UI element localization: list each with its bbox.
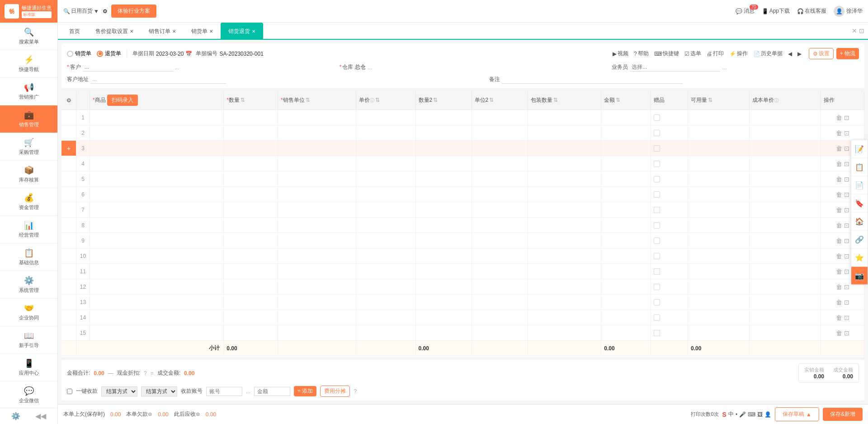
- row-goods-14[interactable]: [90, 310, 224, 325]
- row-qty2-13[interactable]: [415, 295, 472, 310]
- row-amount-3[interactable]: [601, 141, 651, 156]
- row-unit-14[interactable]: [278, 310, 356, 325]
- row-cost-4[interactable]: [749, 156, 821, 172]
- sidebar-item-apps[interactable]: 📱 应用中心: [0, 354, 57, 381]
- copy-row-btn-1[interactable]: ⊡: [844, 114, 849, 121]
- row-goods-7[interactable]: [90, 202, 224, 218]
- sidebar-item-sales[interactable]: 💼 销售管理: [0, 105, 57, 133]
- row-qty2-6[interactable]: [415, 187, 472, 202]
- row-available-3[interactable]: [688, 141, 749, 156]
- copy-row-btn-10[interactable]: ⊡: [844, 252, 849, 260]
- row-price-1[interactable]: [356, 110, 415, 125]
- row-qty-12[interactable]: [224, 279, 278, 295]
- warehouse-more-btn[interactable]: ...: [368, 64, 372, 71]
- row-unit2-11[interactable]: [472, 264, 528, 279]
- sidebar-item-marketing[interactable]: 📢 营销推广: [0, 78, 57, 105]
- delete-row-btn-11[interactable]: 🗑: [836, 268, 842, 275]
- row-qty2-10[interactable]: [415, 248, 472, 264]
- row-pkg-1[interactable]: [528, 110, 601, 125]
- row-available-4[interactable]: [688, 156, 749, 172]
- tab-home[interactable]: 首页: [61, 23, 88, 40]
- copy-row-btn-13[interactable]: ⊡: [844, 299, 849, 306]
- row-pkg-14[interactable]: [528, 310, 601, 325]
- row-cost-3[interactable]: [749, 141, 821, 156]
- row-qty2-2[interactable]: [415, 125, 472, 141]
- row-price-7[interactable]: [356, 202, 415, 218]
- radio-sale[interactable]: 销货单: [67, 50, 91, 57]
- ime-icon1[interactable]: 中: [728, 410, 734, 418]
- row-available-2[interactable]: [688, 125, 749, 141]
- row-unit2-4[interactable]: [472, 156, 528, 172]
- row-unit-4[interactable]: [278, 156, 356, 172]
- row-goods-4[interactable]: [90, 156, 224, 172]
- row-qty-10[interactable]: [224, 248, 278, 264]
- row-available-9[interactable]: [688, 233, 749, 248]
- gift-checkbox-10[interactable]: [654, 253, 660, 259]
- float-item-7[interactable]: ⭐: [851, 248, 868, 267]
- row-unit-15[interactable]: [278, 325, 356, 341]
- row-goods-2[interactable]: [90, 125, 224, 141]
- row-gift-8[interactable]: [651, 218, 688, 233]
- ime-icon3[interactable]: 🎤: [739, 411, 746, 418]
- row-qty2-12[interactable]: [415, 279, 472, 295]
- delete-row-btn-15[interactable]: 🗑: [836, 329, 842, 337]
- row-cost-5[interactable]: [749, 172, 821, 187]
- row-price-11[interactable]: [356, 264, 415, 279]
- copy-row-btn-5[interactable]: ⊡: [844, 176, 849, 183]
- row-qty-7[interactable]: [224, 202, 278, 218]
- settings-btn[interactable]: ⚙ 设置: [809, 48, 834, 59]
- row-pkg-5[interactable]: [528, 172, 601, 187]
- delete-row-btn-5[interactable]: 🗑: [836, 176, 842, 183]
- user-menu[interactable]: 👤 徐泽华: [834, 6, 863, 17]
- one-click-payment-checkbox[interactable]: [67, 389, 72, 394]
- row-gift-4[interactable]: [651, 156, 688, 172]
- row-cost-1[interactable]: [749, 110, 821, 125]
- row-price-14[interactable]: [356, 310, 415, 325]
- row-gift-2[interactable]: [651, 125, 688, 141]
- copy-row-btn-11[interactable]: ⊡: [844, 268, 849, 275]
- save-new-btn[interactable]: 保存&新增: [823, 408, 863, 421]
- row-unit2-5[interactable]: [472, 172, 528, 187]
- row-qty2-9[interactable]: [415, 233, 472, 248]
- row-amount-1[interactable]: [601, 110, 651, 125]
- row-amount-12[interactable]: [601, 279, 651, 295]
- delete-row-btn-4[interactable]: 🗑: [836, 160, 842, 167]
- row-price-2[interactable]: [356, 125, 415, 141]
- gift-checkbox-6[interactable]: [654, 191, 660, 198]
- row-unit-13[interactable]: [278, 295, 356, 310]
- print-btn[interactable]: 🖨 打印: [707, 50, 724, 57]
- delete-row-btn-14[interactable]: 🗑: [836, 314, 842, 321]
- customer-input[interactable]: [83, 63, 173, 71]
- gift-checkbox-11[interactable]: [654, 268, 660, 275]
- gift-checkbox-1[interactable]: [654, 114, 660, 121]
- row-gift-3[interactable]: [651, 141, 688, 156]
- row-cost-8[interactable]: [749, 218, 821, 233]
- calendar-icon[interactable]: 📅: [185, 51, 192, 57]
- topbar-settings-icon[interactable]: ⚙: [103, 8, 108, 14]
- row-qty-3[interactable]: [224, 141, 278, 156]
- row-pkg-3[interactable]: [528, 141, 601, 156]
- radio-return[interactable]: 退货单: [97, 50, 121, 57]
- goods-input-3[interactable]: [93, 145, 147, 152]
- sidebar-item-inventory[interactable]: 📦 库存核算: [0, 161, 57, 188]
- row-qty-15[interactable]: [224, 325, 278, 341]
- ime-icon4[interactable]: ⌨: [748, 411, 755, 418]
- row-qty2-7[interactable]: [415, 202, 472, 218]
- row-qty-5[interactable]: [224, 172, 278, 187]
- row-amount-4[interactable]: [601, 156, 651, 172]
- shortcut-key-btn[interactable]: ⌨ 快捷键: [654, 50, 679, 57]
- settlement-select[interactable]: 结算方式: [101, 386, 137, 396]
- row-cost-14[interactable]: [749, 310, 821, 325]
- row-price-13[interactable]: [356, 295, 415, 310]
- delete-row-btn-8[interactable]: 🗑: [836, 222, 842, 229]
- row-cost-11[interactable]: [749, 264, 821, 279]
- row-amount-8[interactable]: [601, 218, 651, 233]
- row-unit-2[interactable]: [278, 125, 356, 141]
- row-unit-12[interactable]: [278, 279, 356, 295]
- row-unit2-9[interactable]: [472, 233, 528, 248]
- row-qty-13[interactable]: [224, 295, 278, 310]
- row-pkg-6[interactable]: [528, 187, 601, 202]
- salesperson-more-btn[interactable]: ...: [722, 64, 726, 71]
- row-pkg-11[interactable]: [528, 264, 601, 279]
- row-cost-15[interactable]: [749, 325, 821, 341]
